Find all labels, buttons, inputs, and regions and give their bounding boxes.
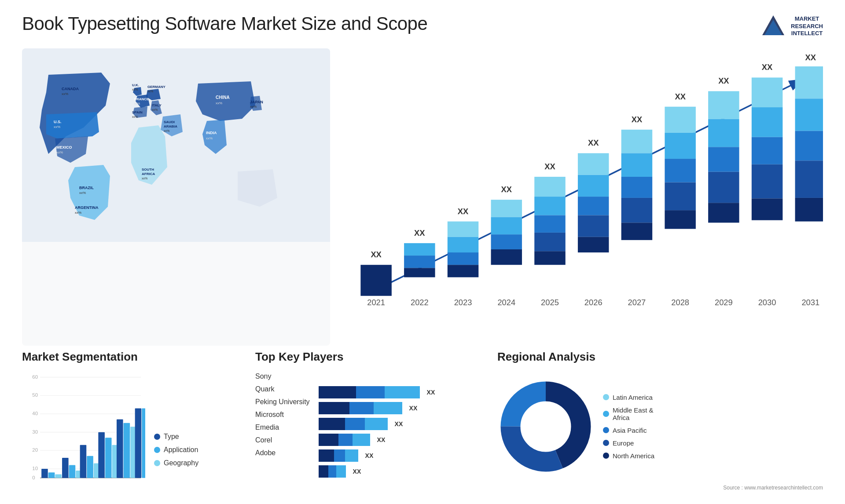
svg-rect-41 — [404, 268, 435, 277]
svg-text:2025: 2025 — [541, 298, 559, 307]
svg-text:2021: 2021 — [367, 298, 385, 307]
svg-text:JAPAN: JAPAN — [250, 100, 263, 104]
svg-text:50: 50 — [32, 392, 38, 398]
north-america-label: North America — [613, 452, 654, 460]
svg-text:2027: 2027 — [628, 298, 646, 307]
svg-text:xx%: xx% — [56, 150, 63, 154]
north-america-dot — [603, 453, 609, 459]
svg-rect-77 — [708, 91, 739, 119]
player-bar-sony — [319, 370, 484, 383]
svg-rect-132 — [117, 419, 123, 478]
svg-text:30: 30 — [32, 429, 38, 435]
svg-text:2021: 2021 — [44, 480, 54, 480]
regional-title: Regional Analysis — [497, 350, 823, 364]
players-list: Sony Quark Peking University Microsoft E… — [255, 370, 484, 478]
svg-text:xx%: xx% — [79, 191, 86, 195]
svg-text:U.S.: U.S. — [54, 120, 62, 124]
svg-rect-48 — [491, 200, 522, 217]
svg-text:2023: 2023 — [454, 298, 472, 307]
player-peking: Peking University — [255, 398, 310, 406]
svg-rect-75 — [665, 210, 696, 229]
svg-rect-51 — [491, 249, 522, 265]
world-map: CANADA xx% U.S. xx% MEXICO xx% BRAZIL xx… — [22, 48, 330, 346]
svg-rect-91 — [795, 131, 823, 161]
svg-rect-62 — [578, 215, 609, 237]
svg-text:xx%: xx% — [134, 102, 140, 105]
svg-text:XX: XX — [414, 228, 425, 237]
svg-text:XX: XX — [805, 53, 816, 62]
svg-rect-71 — [665, 107, 696, 133]
latin-dot — [603, 394, 609, 400]
segmentation-title: Market Segmentation — [22, 350, 242, 364]
quark-val: XX — [427, 389, 435, 396]
svg-rect-43 — [448, 222, 479, 237]
regional-area: Regional Analysis — [497, 350, 823, 491]
svg-rect-72 — [665, 133, 696, 159]
svg-text:xx%: xx% — [54, 125, 60, 129]
svg-text:XX: XX — [588, 138, 599, 147]
svg-rect-40 — [404, 256, 435, 268]
svg-text:ARABIA: ARABIA — [164, 124, 177, 128]
svg-rect-90 — [795, 99, 823, 131]
svg-text:xx%: xx% — [250, 105, 257, 109]
svg-point-149 — [522, 402, 570, 451]
top-section: CANADA xx% U.S. xx% MEXICO xx% BRAZIL xx… — [22, 48, 823, 346]
segmentation-content: 60 50 40 30 20 10 0 — [22, 370, 242, 480]
svg-rect-87 — [752, 198, 783, 220]
svg-rect-69 — [621, 223, 653, 240]
page-title: Book Typesetting Software Market Size an… — [22, 13, 427, 34]
svg-rect-123 — [62, 458, 69, 478]
svg-text:XX: XX — [762, 62, 773, 72]
geography-dot — [154, 460, 160, 466]
svg-text:xx%: xx% — [142, 177, 147, 180]
logo-text: MARKET RESEARCH INTELLECT — [791, 15, 823, 38]
player-names: Sony Quark Peking University Microsoft E… — [255, 370, 310, 478]
adobe-val: XX — [353, 468, 361, 475]
svg-text:2026: 2026 — [137, 480, 145, 480]
svg-text:0: 0 — [32, 475, 35, 480]
svg-rect-56 — [534, 233, 566, 251]
logo-icon — [760, 13, 786, 40]
svg-rect-49 — [491, 217, 522, 234]
svg-rect-84 — [752, 107, 783, 137]
players-title: Top Key Players — [255, 350, 484, 364]
legend-latin: Latin America — [603, 394, 654, 401]
segmentation-chart: 60 50 40 30 20 10 0 — [22, 370, 145, 480]
legend-north-america: North America — [603, 452, 654, 460]
legend-application: Application — [154, 446, 198, 454]
svg-rect-81 — [708, 203, 739, 223]
players-area: Top Key Players Sony Quark Peking Univer… — [255, 350, 484, 491]
svg-rect-121 — [48, 472, 55, 478]
legend-geography: Geography — [154, 459, 198, 467]
svg-text:XX: XX — [458, 207, 469, 216]
legend-type: Type — [154, 433, 198, 441]
svg-rect-66 — [621, 153, 653, 177]
svg-text:xx%: xx% — [132, 88, 138, 91]
svg-text:XX: XX — [718, 76, 729, 85]
svg-rect-59 — [578, 153, 609, 175]
svg-rect-61 — [578, 197, 609, 215]
svg-rect-67 — [621, 177, 653, 198]
svg-text:2022: 2022 — [411, 298, 429, 307]
player-bar-emedia: XX — [319, 434, 484, 446]
svg-rect-127 — [87, 456, 93, 478]
svg-text:SOUTH: SOUTH — [142, 168, 154, 172]
bottom-section: Market Segmentation 60 50 40 30 20 10 0 — [22, 350, 823, 491]
svg-rect-79 — [708, 147, 739, 172]
svg-rect-133 — [124, 423, 130, 478]
svg-text:xx%: xx% — [147, 90, 153, 93]
header: Book Typesetting Software Market Size an… — [22, 13, 823, 40]
svg-text:2023: 2023 — [82, 480, 92, 480]
svg-text:2031: 2031 — [801, 298, 819, 307]
svg-text:2024: 2024 — [100, 480, 110, 480]
svg-rect-124 — [69, 465, 76, 478]
svg-rect-50 — [491, 234, 522, 249]
svg-text:2029: 2029 — [715, 298, 733, 307]
svg-rect-55 — [534, 215, 566, 232]
svg-text:MEXICO: MEXICO — [56, 145, 72, 150]
svg-text:XX: XX — [544, 162, 555, 171]
svg-rect-74 — [665, 183, 696, 210]
svg-rect-73 — [665, 159, 696, 183]
corel-val: XX — [365, 452, 374, 459]
segmentation-area: Market Segmentation 60 50 40 30 20 10 0 — [22, 350, 242, 491]
